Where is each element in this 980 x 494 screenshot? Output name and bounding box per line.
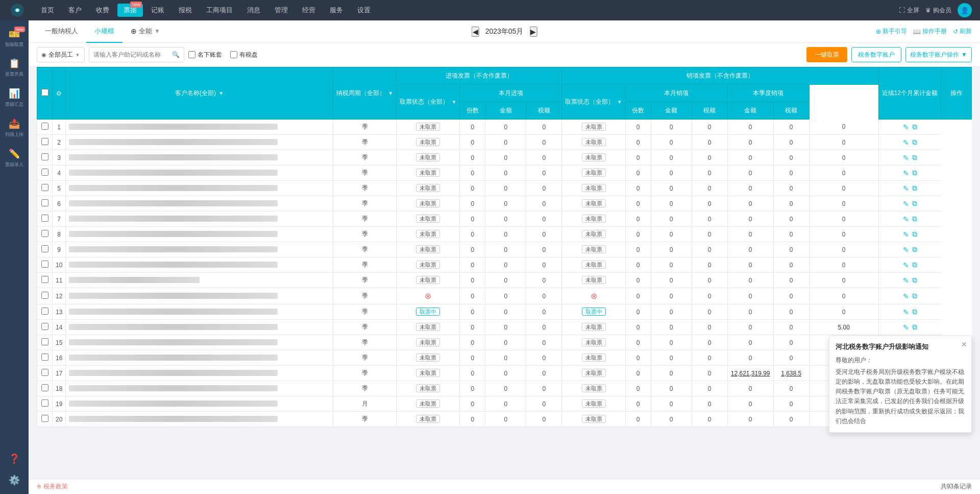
- sidebar-item-invoice-open[interactable]: 📋 发票开具: [2, 54, 27, 82]
- cell-checkbox[interactable]: [37, 196, 53, 211]
- tab-general-taxpayer[interactable]: 一般纳税人: [37, 20, 86, 43]
- row-checkbox[interactable]: [41, 399, 48, 407]
- cell-checkbox[interactable]: [37, 211, 53, 227]
- user-avatar[interactable]: 👤: [958, 3, 972, 17]
- nav-service[interactable]: 服务: [324, 4, 349, 17]
- row-checkbox[interactable]: [41, 245, 48, 252]
- copy-icon[interactable]: ⧉: [912, 292, 917, 300]
- edit-icon[interactable]: ✎: [903, 138, 909, 147]
- cell-checkbox[interactable]: [37, 381, 53, 396]
- copy-icon[interactable]: ⧉: [912, 184, 917, 193]
- sidebar-item-help[interactable]: ❓: [2, 449, 27, 468]
- row-checkbox[interactable]: [41, 308, 48, 315]
- fullscreen-btn[interactable]: ⛶ 全屏: [899, 6, 919, 15]
- tab-all-in-one[interactable]: ⊕ 全能 ▼: [122, 20, 168, 43]
- cell-checkbox[interactable]: [37, 135, 53, 150]
- row-checkbox[interactable]: [41, 338, 48, 345]
- copy-icon[interactable]: ⧉: [912, 169, 917, 177]
- tax-disk-checkbox[interactable]: [230, 51, 237, 58]
- row-checkbox[interactable]: [41, 415, 48, 422]
- edit-icon[interactable]: ✎: [903, 246, 909, 254]
- cell-checkbox[interactable]: [37, 227, 53, 242]
- tax-policy-btn[interactable]: ⊕ 税务政策: [37, 482, 68, 491]
- search-input[interactable]: [93, 51, 170, 58]
- tab-small-scale[interactable]: 小规模: [86, 20, 122, 43]
- sidebar-item-invoice-summary[interactable]: 📊 票据汇总: [2, 84, 27, 112]
- edit-icon[interactable]: ✎: [903, 123, 909, 131]
- row-checkbox[interactable]: [41, 199, 48, 206]
- copy-icon[interactable]: ⧉: [912, 123, 917, 131]
- edit-icon[interactable]: ✎: [903, 215, 909, 223]
- row-checkbox[interactable]: [41, 169, 48, 176]
- one-click-ticket-btn[interactable]: 一键取票: [806, 47, 847, 62]
- cell-checkbox[interactable]: [37, 120, 53, 135]
- nav-customers[interactable]: 客户: [62, 4, 88, 17]
- new-guide-btn[interactable]: ⊕ 新手引导: [876, 27, 907, 36]
- edit-icon[interactable]: ✎: [903, 276, 909, 285]
- edit-icon[interactable]: ✎: [903, 184, 909, 193]
- sidebar-item-invoice-entry[interactable]: ✏️ 票据录入: [2, 144, 27, 172]
- nav-fees[interactable]: 收费: [90, 4, 115, 17]
- nav-tickets[interactable]: 票据 new: [117, 4, 143, 17]
- edit-icon[interactable]: ✎: [903, 169, 909, 177]
- tax-digital-account-btn[interactable]: 税务数字账户: [851, 47, 901, 62]
- nav-settings[interactable]: 设置: [351, 4, 377, 17]
- row-checkbox[interactable]: [41, 138, 48, 145]
- refresh-btn[interactable]: ↺ 刷新: [953, 27, 972, 36]
- copy-icon[interactable]: ⧉: [912, 153, 917, 162]
- edit-icon[interactable]: ✎: [903, 292, 909, 300]
- nav-home[interactable]: 首页: [35, 4, 60, 17]
- member-btn[interactable]: ♛ 购会员: [925, 6, 951, 15]
- row-checkbox[interactable]: [41, 323, 48, 330]
- notification-close-btn[interactable]: ✕: [961, 340, 967, 348]
- row-checkbox[interactable]: [41, 184, 48, 191]
- copy-icon[interactable]: ⧉: [912, 199, 917, 208]
- copy-icon[interactable]: ⧉: [912, 215, 917, 223]
- prev-date-btn[interactable]: ◀: [472, 27, 479, 37]
- edit-icon[interactable]: ✎: [903, 200, 909, 208]
- row-checkbox[interactable]: [41, 292, 48, 299]
- copy-icon[interactable]: ⧉: [912, 245, 917, 254]
- nav-business[interactable]: 工商项目: [200, 4, 239, 17]
- sidebar-item-scan-upload[interactable]: 📤 扫描上传: [2, 114, 27, 142]
- cell-checkbox[interactable]: [37, 257, 53, 273]
- row-checkbox[interactable]: [41, 215, 48, 222]
- nav-manage[interactable]: 管理: [268, 4, 294, 17]
- cell-checkbox[interactable]: [37, 396, 53, 412]
- copy-icon[interactable]: ⧉: [912, 323, 917, 332]
- row-checkbox[interactable]: [41, 276, 48, 283]
- cell-checkbox[interactable]: [37, 335, 53, 350]
- cell-checkbox[interactable]: [37, 150, 53, 166]
- filter-tax-disk[interactable]: 有税盘: [230, 51, 258, 59]
- filter-sub-accounts[interactable]: 名下账套: [188, 51, 222, 59]
- next-date-btn[interactable]: ▶: [529, 27, 537, 37]
- row-checkbox[interactable]: [41, 123, 48, 130]
- row-checkbox[interactable]: [41, 384, 48, 391]
- cell-checkbox[interactable]: [37, 412, 53, 427]
- th-customer-name[interactable]: 客户名称(全部) ▼: [66, 67, 333, 120]
- copy-icon[interactable]: ⧉: [912, 261, 917, 269]
- row-checkbox[interactable]: [41, 354, 48, 361]
- row-checkbox[interactable]: [41, 230, 48, 237]
- th-out-status[interactable]: 取票状态（全部） ▼: [562, 85, 625, 120]
- cell-checkbox[interactable]: [37, 320, 53, 335]
- cell-checkbox[interactable]: [37, 366, 53, 381]
- cell-checkbox[interactable]: [37, 273, 53, 288]
- cell-checkbox[interactable]: [37, 304, 53, 320]
- copy-icon[interactable]: ⧉: [912, 230, 917, 239]
- cell-checkbox[interactable]: [37, 181, 53, 196]
- th-in-status[interactable]: 取票状态（全部） ▼: [397, 85, 460, 120]
- edit-icon[interactable]: ✎: [903, 154, 909, 162]
- copy-icon[interactable]: ⧉: [912, 308, 917, 316]
- row-checkbox[interactable]: [41, 261, 48, 268]
- cell-checkbox[interactable]: [37, 166, 53, 181]
- edit-icon[interactable]: ✎: [903, 230, 909, 239]
- edit-icon[interactable]: ✎: [903, 323, 909, 332]
- manual-btn[interactable]: 📖 操作手册: [913, 27, 947, 36]
- nav-tax[interactable]: 报税: [173, 4, 198, 17]
- nav-message[interactable]: 消息: [241, 4, 266, 17]
- row-checkbox[interactable]: [41, 369, 48, 376]
- sidebar-item-smart-ticket[interactable]: 🎫 new 智能取票: [2, 25, 27, 52]
- row-checkbox[interactable]: [41, 153, 48, 160]
- tax-digital-account-ops-btn[interactable]: 税务数字账户操作 ▼: [905, 47, 972, 62]
